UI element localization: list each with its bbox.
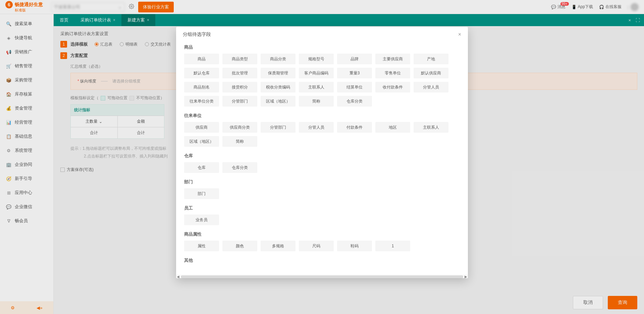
field-chip[interactable]: 仓库 <box>184 162 219 173</box>
field-group-title: 员工 <box>184 205 463 211</box>
field-group: 部门部门 <box>184 179 463 199</box>
field-group: 其他 <box>184 257 463 267</box>
field-chip[interactable]: 业务员 <box>184 214 219 225</box>
field-chip[interactable]: 供应商分类 <box>222 122 257 133</box>
field-group-title: 部门 <box>184 179 463 185</box>
field-group: 商品商品商品类型商品分类规格型号品牌主要供应商产地默认仓库批次管理保质期管理客户… <box>184 44 463 107</box>
field-chip[interactable]: 简称 <box>299 96 334 107</box>
modal-overlay: 分组待选字段 × 商品商品商品类型商品分类规格型号品牌主要供应商产地默认仓库批次… <box>0 0 644 314</box>
field-chip[interactable]: 部门 <box>184 188 219 199</box>
field-group: 商品属性属性颜色多规格尺码鞋码1 <box>184 231 463 251</box>
field-chip[interactable]: 收付款条件 <box>375 82 410 92</box>
field-group: 员工业务员 <box>184 205 463 225</box>
field-chip[interactable]: 商品类型 <box>222 54 257 64</box>
field-chip[interactable]: 商品别名 <box>184 82 219 92</box>
field-chip[interactable]: 分管人员 <box>414 82 448 92</box>
modal-title: 分组待选字段 <box>183 32 211 38</box>
field-chip[interactable]: 默认仓库 <box>184 68 219 78</box>
field-chip[interactable]: 仓库分类 <box>222 162 257 173</box>
field-chip[interactable]: 主联系人 <box>299 82 334 92</box>
field-chip[interactable]: 接货积分 <box>222 82 257 92</box>
field-group-title: 商品属性 <box>184 231 463 237</box>
field-group-title: 往来单位 <box>184 113 463 119</box>
field-chip[interactable]: 颜色 <box>222 241 257 251</box>
field-chip[interactable]: 客户商品编码 <box>299 68 334 78</box>
field-chip[interactable]: 品牌 <box>337 54 372 64</box>
field-chip[interactable]: 简称 <box>222 136 257 147</box>
field-chip[interactable]: 重量3 <box>337 68 372 78</box>
field-chip[interactable]: 分管部门 <box>261 122 296 133</box>
field-chip[interactable]: 区域（地区） <box>184 136 219 147</box>
field-chip[interactable]: 保质期管理 <box>261 68 296 78</box>
field-chip[interactable]: 区域（地区） <box>261 96 296 107</box>
field-chip[interactable]: 尺码 <box>299 241 334 251</box>
field-group: 往来单位供应商供应商分类分管部门分管人员付款条件地区主联系人区域（地区）简称 <box>184 113 463 147</box>
field-picker-modal: 分组待选字段 × 商品商品商品类型商品分类规格型号品牌主要供应商产地默认仓库批次… <box>176 27 468 278</box>
field-chip[interactable]: 属性 <box>184 241 219 251</box>
field-chip[interactable]: 供应商 <box>184 122 219 133</box>
field-chip[interactable]: 鞋码 <box>337 241 372 251</box>
field-chip[interactable]: 多规格 <box>261 241 296 251</box>
field-chip[interactable]: 默认供应商 <box>414 68 448 78</box>
scroll-right-icon[interactable]: ▶ <box>465 275 467 278</box>
field-chip[interactable]: 产地 <box>414 54 448 64</box>
field-chip[interactable]: 结算单位 <box>337 82 372 92</box>
field-chip[interactable]: 商品 <box>184 54 219 64</box>
field-chip[interactable]: 税收分类编码 <box>261 82 296 92</box>
field-group-title: 商品 <box>184 44 463 50</box>
field-chip[interactable]: 付款条件 <box>337 122 372 133</box>
field-chip[interactable]: 规格型号 <box>299 54 334 64</box>
field-chip[interactable]: 分管人员 <box>299 122 334 133</box>
field-chip[interactable]: 批次管理 <box>222 68 257 78</box>
field-chip[interactable]: 地区 <box>375 122 410 133</box>
field-chip[interactable]: 零售单位 <box>375 68 410 78</box>
field-chip[interactable]: 1 <box>375 241 410 251</box>
field-chip[interactable]: 主要供应商 <box>375 54 410 64</box>
field-chip[interactable]: 仓库分类 <box>337 96 372 107</box>
field-group-title: 仓库 <box>184 153 463 159</box>
field-chip[interactable]: 往来单位分类 <box>184 96 219 107</box>
modal-close-icon[interactable]: × <box>458 32 461 38</box>
field-chip[interactable]: 商品分类 <box>261 54 296 64</box>
scroll-left-icon[interactable]: ◀ <box>177 275 179 278</box>
field-group-title: 其他 <box>184 257 463 263</box>
modal-horizontal-scrollbar[interactable]: ◀ ▶ <box>176 275 468 278</box>
field-group: 仓库仓库仓库分类 <box>184 153 463 173</box>
field-chip[interactable]: 分管部门 <box>222 96 257 107</box>
field-chip[interactable]: 主联系人 <box>414 122 448 133</box>
